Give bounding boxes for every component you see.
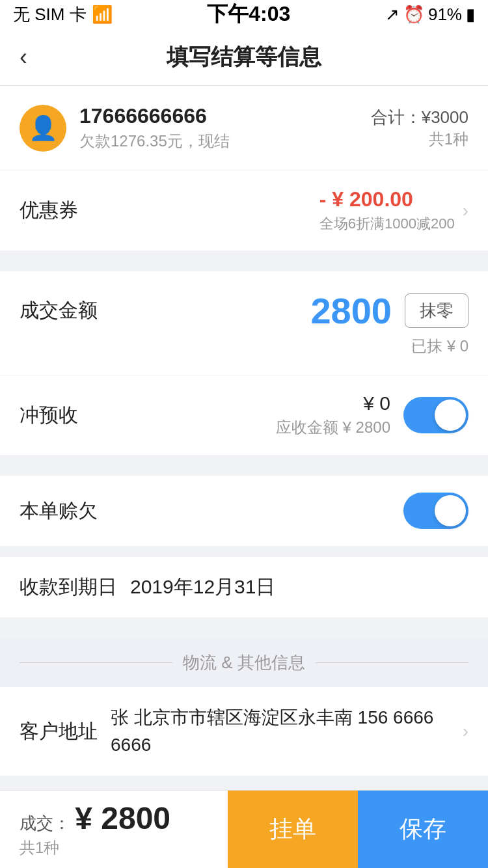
customer-right: 合计：¥3000 共1种 (371, 106, 468, 150)
bad-debt-card: 本单赊欠 (0, 476, 488, 546)
bad-debt-toggle-knob (435, 495, 466, 526)
page-title: 填写结算等信息 (167, 42, 321, 72)
wifi-icon: 📶 (92, 5, 113, 25)
coupon-discount: - ¥ 200.00 (319, 187, 455, 211)
bottom-bar: 成交： ¥ 2800 共1种 挂单 保存 (0, 790, 488, 868)
amount-section: 成交金额 2800 抹零 已抹 ¥ 0 (0, 271, 488, 375)
prepay-right: ¥ 0 应收金额 ¥ 2800 (276, 392, 468, 438)
battery-level: 91% (428, 5, 462, 25)
amount-label: 成交金额 (20, 297, 98, 324)
section-divider-3 (0, 628, 488, 638)
prepay-sub: 应收金额 ¥ 2800 (276, 417, 390, 438)
status-left: 无 SIM 卡 📶 (13, 3, 113, 26)
already-rounded: 已抹 ¥ 0 (20, 336, 468, 357)
customer-sub: 欠款1276.35元，现结 (79, 131, 230, 152)
bad-debt-toggle[interactable] (403, 493, 468, 529)
due-date-label: 收款到期日 (20, 574, 117, 601)
coupon-row[interactable]: 优惠券 - ¥ 200.00 全场6折满1000减200 › (0, 170, 488, 251)
total-label: 合计：¥3000 (371, 106, 468, 129)
amount-right: 2800 抹零 (310, 290, 468, 332)
due-date-value: 2019年12月31日 (130, 574, 275, 601)
customer-left: 👤 17666666666 欠款1276.35元，现结 (20, 104, 230, 152)
bottom-total-label: 成交： ¥ 2800 (20, 800, 208, 836)
bad-debt-label: 本单赊欠 (20, 498, 98, 524)
logistics-text: 物流 & 其他信息 (183, 651, 305, 674)
round-button[interactable]: 抹零 (405, 293, 468, 328)
battery-icon: ▮ (466, 5, 475, 25)
logistics-divider: 物流 & 其他信息 (0, 638, 488, 687)
coupon-desc: 全场6折满1000减200 (319, 214, 455, 234)
address-label: 客户地址 (20, 718, 98, 745)
address-chevron-icon: › (463, 721, 468, 742)
sim-status: 无 SIM 卡 (13, 3, 87, 26)
main-content: 👤 17666666666 欠款1276.35元，现结 合计：¥3000 共1种… (0, 86, 488, 868)
item-count: 共1种 (371, 129, 468, 150)
bottom-total-value: ¥ 2800 (75, 801, 170, 835)
nav-bar: ‹ 填写结算等信息 (0, 29, 488, 86)
status-bar: 无 SIM 卡 📶 下午4:03 ↗ ⏰ 91% ▮ (0, 0, 488, 29)
prepay-values: ¥ 0 应收金额 ¥ 2800 (276, 392, 390, 438)
customer-card: 👤 17666666666 欠款1276.35元，现结 合计：¥3000 共1种… (0, 86, 488, 251)
prepay-toggle[interactable] (403, 397, 468, 433)
due-date-card: 收款到期日 2019年12月31日 (0, 556, 488, 617)
avatar-icon: 👤 (29, 115, 58, 142)
due-date-section: 收款到期日 2019年12月31日 (0, 556, 488, 617)
address-value: 张 北京市市辖区海淀区永丰南 156 6666 6666 (111, 704, 463, 759)
total-value: ¥3000 (422, 107, 468, 127)
address-card: 客户地址 张 北京市市辖区海淀区永丰南 156 6666 6666 › (0, 687, 488, 776)
logistics-line-right (316, 662, 468, 663)
chevron-right-icon: › (463, 200, 468, 221)
coupon-right: - ¥ 200.00 全场6折满1000减200 › (319, 187, 468, 234)
pending-button[interactable]: 挂单 (228, 791, 358, 869)
customer-row: 👤 17666666666 欠款1276.35元，现结 合计：¥3000 共1种 (0, 86, 488, 170)
prepay-amount: ¥ 0 (276, 392, 390, 414)
address-section[interactable]: 客户地址 张 北京市市辖区海淀区永丰南 156 6666 6666 › (0, 687, 488, 776)
toggle-knob (435, 400, 466, 431)
prepay-label: 冲预收 (20, 402, 78, 429)
save-button[interactable]: 保存 (358, 791, 488, 869)
back-button[interactable]: ‹ (20, 44, 27, 71)
customer-phone: 17666666666 (79, 104, 230, 128)
section-divider-2 (0, 465, 488, 476)
logistics-line-left (20, 662, 172, 663)
avatar: 👤 (20, 105, 66, 152)
amount-value: 2800 (310, 290, 392, 332)
location-icon: ↗ (385, 5, 400, 25)
coupon-label: 优惠券 (20, 197, 78, 224)
amount-card: 成交金额 2800 抹零 已抹 ¥ 0 冲预收 ¥ 0 应收金额 ¥ 2800 (0, 271, 488, 455)
section-divider-1 (0, 261, 488, 271)
alarm-icon: ⏰ (403, 5, 424, 25)
bottom-count: 共1种 (20, 837, 208, 858)
prepay-section: 冲预收 ¥ 0 应收金额 ¥ 2800 (0, 375, 488, 455)
bottom-info: 成交： ¥ 2800 共1种 (0, 800, 228, 858)
customer-info: 17666666666 欠款1276.35元，现结 (79, 104, 230, 152)
amount-row: 成交金额 2800 抹零 (20, 290, 468, 332)
status-time: 下午4:03 (207, 0, 290, 29)
status-right: ↗ ⏰ 91% ▮ (385, 5, 475, 25)
